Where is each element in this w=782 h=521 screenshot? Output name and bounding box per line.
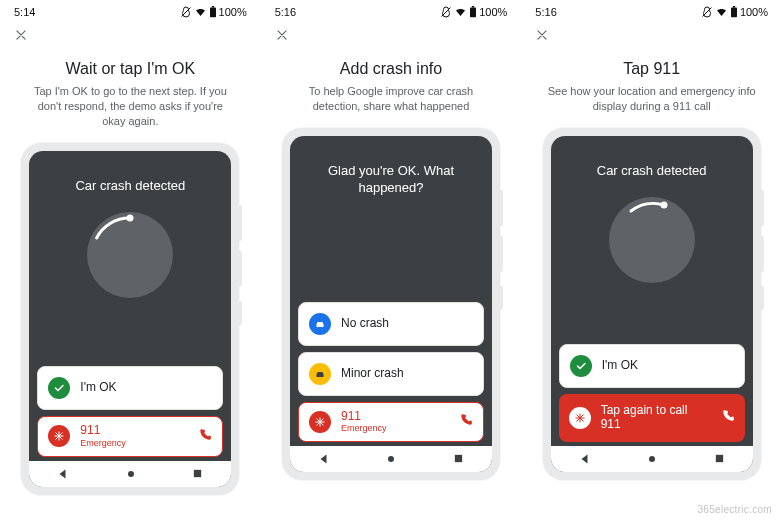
im-ok-button[interactable]: I'm OK: [559, 344, 745, 388]
page-headline: Wait or tap I'm OK: [66, 60, 196, 78]
911-secondary: Emergency: [341, 423, 449, 433]
svg-rect-18: [716, 455, 723, 462]
tap-again-911-button[interactable]: Tap again to call 911: [559, 394, 745, 442]
svg-point-17: [649, 456, 655, 462]
action-cards: No crash Minor crash 911 Emergency: [290, 302, 492, 446]
close-icon[interactable]: [14, 28, 28, 46]
asterisk-icon: [309, 411, 331, 433]
countdown-spinner: [87, 212, 173, 298]
asterisk-icon: [48, 425, 70, 447]
close-icon[interactable]: [275, 28, 289, 46]
svg-rect-5: [194, 470, 201, 477]
no-crash-label: No crash: [341, 317, 473, 331]
page-headline: Add crash info: [340, 60, 442, 78]
svg-rect-7: [470, 8, 476, 18]
dnd-icon: [440, 6, 452, 18]
action-cards: I'm OK Tap again to call 911: [551, 344, 753, 446]
battery-pct: 100%: [479, 6, 507, 18]
phone-mock: Glad you're OK. What happened? No crash …: [282, 128, 500, 480]
battery-icon: [209, 6, 217, 18]
status-icons: 100%: [180, 6, 247, 18]
tap-again-label: Tap again to call 911: [601, 404, 711, 432]
call-911-button[interactable]: 911 Emergency: [298, 402, 484, 442]
dnd-icon: [701, 6, 713, 18]
svg-rect-14: [731, 8, 737, 18]
nav-recent-icon[interactable]: [453, 453, 464, 464]
nav-back-icon[interactable]: [579, 453, 591, 465]
page-headline: Tap 911: [623, 60, 680, 78]
svg-point-4: [128, 471, 134, 477]
phone-icon: [198, 428, 212, 445]
screen-1: 5:14 100% Wait or tap I'm OK Tap I'm OK …: [0, 0, 261, 521]
battery-icon: [730, 6, 738, 18]
minor-crash-label: Minor crash: [341, 367, 473, 381]
crash-title: Glad you're OK. What happened?: [290, 162, 492, 197]
svg-point-16: [660, 202, 667, 209]
crash-icon: [309, 363, 331, 385]
status-bar: 5:14 100%: [6, 4, 255, 22]
wifi-icon: [454, 6, 467, 18]
action-cards: I'm OK 911 Emergency: [29, 366, 231, 460]
wifi-icon: [194, 6, 207, 18]
svg-point-11: [388, 456, 394, 462]
dnd-icon: [180, 6, 192, 18]
crash-title: Car crash detected: [75, 177, 185, 195]
call-911-button[interactable]: 911 Emergency: [37, 416, 223, 456]
status-icons: 100%: [440, 6, 507, 18]
clock: 5:16: [535, 6, 556, 18]
phone-icon: [721, 409, 735, 426]
nav-back-icon[interactable]: [57, 468, 69, 480]
wifi-icon: [715, 6, 728, 18]
car-icon: [309, 313, 331, 335]
phone-screen: Glad you're OK. What happened? No crash …: [290, 136, 492, 472]
nav-recent-icon[interactable]: [192, 468, 203, 479]
phone-screen: Car crash detected I'm OK 911: [29, 151, 231, 487]
im-ok-label: I'm OK: [80, 381, 212, 395]
nav-recent-icon[interactable]: [714, 453, 725, 464]
page-sub: Tap I'm OK to go to the next step. If yo…: [6, 84, 255, 129]
no-crash-button[interactable]: No crash: [298, 302, 484, 346]
svg-rect-2: [211, 6, 213, 8]
svg-point-3: [127, 215, 134, 222]
android-navbar: [551, 446, 753, 472]
im-ok-label: I'm OK: [602, 359, 734, 373]
nav-home-icon[interactable]: [646, 453, 658, 465]
asterisk-icon: [569, 407, 591, 429]
im-ok-button[interactable]: I'm OK: [37, 366, 223, 410]
nav-home-icon[interactable]: [385, 453, 397, 465]
status-bar: 5:16 100%: [527, 4, 776, 22]
battery-pct: 100%: [740, 6, 768, 18]
watermark: 365electric.com: [697, 504, 772, 515]
screen-2: 5:16 100% Add crash info To help Google …: [261, 0, 522, 521]
check-icon: [48, 377, 70, 399]
page-sub: See how your location and emergency info…: [527, 84, 776, 114]
countdown-spinner: [609, 197, 695, 283]
status-icons: 100%: [701, 6, 768, 18]
svg-rect-1: [210, 8, 216, 18]
svg-point-10: [321, 325, 323, 327]
screens-row: 5:14 100% Wait or tap I'm OK Tap I'm OK …: [0, 0, 782, 521]
911-label: 911: [80, 424, 188, 438]
close-icon[interactable]: [535, 28, 549, 46]
battery-icon: [469, 6, 477, 18]
screen-3: 5:16 100% Tap 911 See how your location …: [521, 0, 782, 521]
battery-pct: 100%: [219, 6, 247, 18]
android-navbar: [29, 461, 231, 487]
minor-crash-button[interactable]: Minor crash: [298, 352, 484, 396]
911-secondary: Emergency: [80, 438, 188, 448]
clock: 5:16: [275, 6, 296, 18]
phone-mock: Car crash detected I'm OK Tap again to c…: [543, 128, 761, 480]
phone-mock: Car crash detected I'm OK 911: [21, 143, 239, 495]
clock: 5:14: [14, 6, 35, 18]
status-bar: 5:16 100%: [267, 4, 516, 22]
phone-screen: Car crash detected I'm OK Tap again to c…: [551, 136, 753, 472]
page-sub: To help Google improve car crash detecti…: [267, 84, 516, 114]
svg-point-9: [317, 325, 319, 327]
crash-title: Car crash detected: [597, 162, 707, 180]
nav-back-icon[interactable]: [318, 453, 330, 465]
nav-home-icon[interactable]: [125, 468, 137, 480]
android-navbar: [290, 446, 492, 472]
svg-rect-12: [455, 455, 462, 462]
911-label: 911: [341, 410, 449, 424]
svg-rect-8: [472, 6, 474, 8]
